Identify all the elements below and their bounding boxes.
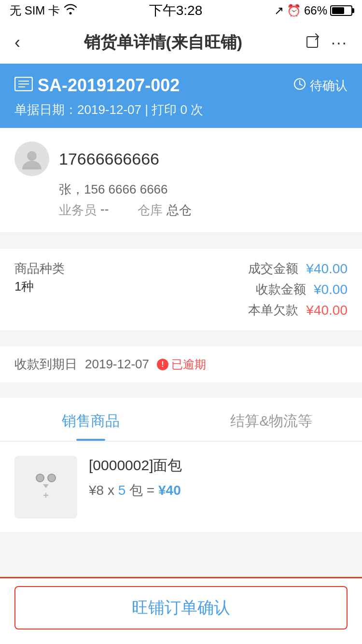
salesperson-value: -- [100, 202, 109, 219]
owl-eyes [36, 474, 56, 482]
product-types-value: 1种 [14, 278, 65, 295]
product-types-label: 商品种类 [14, 260, 65, 277]
avatar [14, 141, 49, 176]
location-icon: ↗ [274, 4, 284, 17]
customer-phone: 17666666666 [59, 150, 159, 168]
divider-1 [0, 233, 362, 240]
owl-beak [43, 484, 49, 488]
due-date-label: 收款到期日 [14, 356, 77, 373]
svg-rect-0 [307, 37, 318, 47]
customer-meta: 业务员 -- 仓库 总仓 [14, 202, 348, 219]
due-amount-label: 本单欠款 [248, 302, 298, 319]
product-quantity: 5 [118, 483, 126, 498]
collected-amount-item: 收款金额 ¥0.00 [256, 281, 348, 298]
clock-icon [293, 78, 306, 94]
product-equals: = [147, 483, 158, 498]
summary-section: 商品种类 1种 成交金额 ¥40.00 收款金额 ¥0.00 本单欠款 ¥40.… [0, 248, 362, 331]
product-section: + [0000002]面包 ¥8 x 5 包 = ¥40 [0, 442, 362, 532]
battery-icon [330, 5, 352, 16]
battery-percent: 66% [304, 4, 327, 17]
divider-2 [0, 331, 362, 338]
summary-row: 商品种类 1种 成交金额 ¥40.00 收款金额 ¥0.00 本单欠款 ¥40.… [14, 260, 348, 319]
order-id-text: SA-20191207-002 [38, 75, 180, 96]
page-title: 销货单详情(来自旺铺) [84, 31, 243, 54]
owl-eye-right [47, 474, 56, 482]
product-unit-price: ¥8 [89, 483, 104, 498]
tab-products[interactable]: 销售商品 [0, 398, 181, 441]
collected-amount-label: 收款金额 [256, 281, 306, 298]
warehouse-value: 总仓 [167, 202, 192, 219]
status-bar: 无 SIM 卡 下午3:28 ↗ ⏰ 66% [0, 0, 362, 21]
summary-left: 商品种类 1种 [14, 260, 65, 295]
svg-point-9 [27, 151, 37, 161]
due-date-value: 2019-12-07 [85, 357, 149, 372]
overdue-badge: ! 已逾期 [157, 357, 206, 372]
product-info: [0000002]面包 ¥8 x 5 包 = ¥40 [89, 456, 348, 500]
confirm-btn-wrap: 旺铺订单确认 [0, 577, 362, 644]
order-id: SA-20191207-002 [14, 75, 180, 96]
warning-icon: ! [157, 359, 168, 370]
product-price: ¥8 x 5 包 = ¥40 [89, 481, 348, 500]
owl-eye-left [36, 474, 44, 482]
nav-bar: ‹ 销货单详情(来自旺铺) ··· [0, 21, 362, 64]
collected-amount-value: ¥0.00 [314, 282, 348, 297]
tabs-bar: 销售商品 结算&物流等 [0, 398, 362, 441]
overdue-label: 已逾期 [171, 357, 206, 372]
salesperson-label: 业务员 [59, 202, 97, 219]
order-date: 单据日期：2019-12-07 | 打印 0 次 [14, 101, 348, 118]
product-item: + [0000002]面包 ¥8 x 5 包 = ¥40 [14, 456, 348, 518]
wifi-icon [64, 4, 77, 17]
product-multiply: x [108, 483, 118, 498]
deal-amount-value: ¥40.00 [306, 261, 348, 277]
summary-right: 成交金额 ¥40.00 收款金额 ¥0.00 本单欠款 ¥40.00 [248, 260, 348, 319]
more-button[interactable]: ··· [331, 33, 348, 52]
order-icon [14, 75, 33, 96]
deal-amount-item: 成交金额 ¥40.00 [248, 260, 348, 277]
product-logo: + [36, 474, 56, 501]
confirm-button[interactable]: 旺铺订单确认 [14, 586, 348, 630]
order-banner: SA-20191207-002 待确认 单据日期：2019-12-07 | 打印… [0, 64, 362, 128]
carrier-label: 无 SIM 卡 [10, 3, 60, 18]
warehouse-item: 仓库 总仓 [138, 202, 192, 219]
salesperson-item: 业务员 -- [59, 202, 109, 219]
nav-actions: ··· [306, 33, 348, 52]
due-amount-item: 本单欠款 ¥40.00 [248, 302, 348, 319]
status-time: 下午3:28 [149, 1, 203, 20]
back-button[interactable]: ‹ [14, 32, 20, 53]
divider-3 [0, 382, 362, 390]
svg-line-8 [300, 84, 302, 85]
customer-section: 17666666666 张，156 6666 6666 业务员 -- 仓库 总仓 [0, 128, 362, 233]
product-plus: + [43, 490, 49, 501]
alarm-icon: ⏰ [287, 4, 301, 17]
order-status: 待确认 [293, 77, 348, 94]
product-name: [0000002]面包 [89, 456, 348, 476]
due-date-section: 收款到期日 2019-12-07 ! 已逾期 [0, 346, 362, 382]
status-left: 无 SIM 卡 [10, 3, 77, 18]
due-amount-value: ¥40.00 [306, 303, 348, 318]
product-unit: 包 [129, 483, 143, 498]
product-total: ¥40 [158, 483, 181, 498]
share-button[interactable] [306, 33, 321, 52]
status-right: ↗ ⏰ 66% [274, 4, 352, 17]
order-status-text: 待确认 [310, 77, 348, 94]
order-banner-top: SA-20191207-002 待确认 [14, 75, 348, 96]
deal-amount-label: 成交金额 [248, 260, 298, 277]
product-image: + [14, 456, 77, 518]
customer-row: 17666666666 [14, 141, 348, 176]
tab-settlement[interactable]: 结算&物流等 [181, 398, 362, 441]
warehouse-label: 仓库 [138, 202, 163, 219]
customer-name-phone: 张，156 6666 6666 [14, 181, 348, 198]
